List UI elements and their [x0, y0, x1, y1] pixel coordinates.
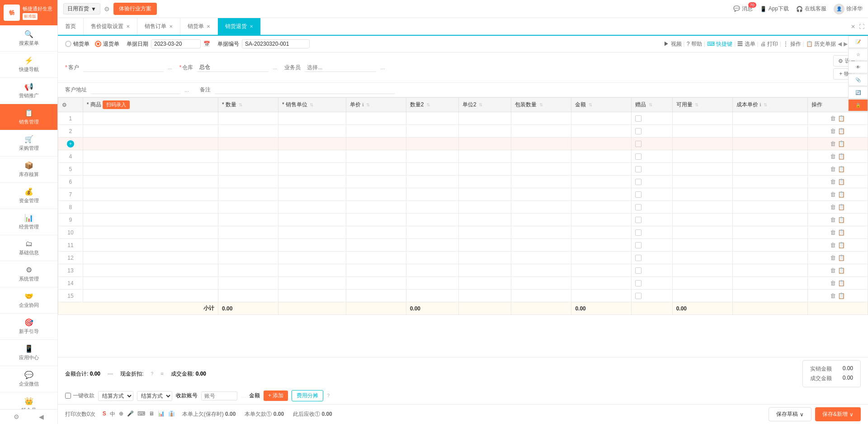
row-available[interactable]	[672, 138, 732, 150]
cost-price-info-icon[interactable]: ℹ	[760, 102, 761, 107]
sidebar-item-system[interactable]: ⚙ 系统管理	[0, 261, 57, 287]
close-tab-icon[interactable]: ✕	[851, 24, 855, 30]
tool7-icon[interactable]: 👔	[168, 410, 175, 418]
next-icon[interactable]: ▶	[844, 41, 848, 47]
row-product[interactable]	[83, 138, 218, 150]
tool3-icon[interactable]: 🎤	[127, 410, 134, 418]
row-cost-price[interactable]	[732, 138, 807, 150]
copy-btn[interactable]: 📋	[838, 242, 845, 248]
float-lock-btn[interactable]: 🔒	[848, 99, 868, 111]
float-eye-btn[interactable]: 👁	[848, 61, 868, 73]
tab-close-icon[interactable]: ✕	[250, 24, 253, 29]
tab-close-icon[interactable]: ✕	[169, 24, 173, 29]
sidebar-item-appcenter[interactable]: 📱 应用中心	[0, 340, 57, 366]
serial-input[interactable]	[242, 39, 310, 48]
sidebar-settings-btn[interactable]: ⚙	[14, 413, 19, 420]
sidebar-item-quicknav[interactable]: ⚡ 快捷导航	[0, 52, 57, 78]
row-gift[interactable]	[632, 125, 672, 138]
delete-btn[interactable]: 🗑	[830, 229, 836, 236]
row-quantity[interactable]	[218, 125, 278, 138]
add-payment-btn[interactable]: + 添加	[264, 391, 288, 401]
row-sales-unit[interactable]	[278, 138, 346, 150]
sidebar-item-sales[interactable]: 📋 销售管理	[0, 104, 57, 130]
tab-close-icon[interactable]: ✕	[126, 24, 130, 29]
row-gift[interactable]	[632, 112, 672, 125]
calculation-select[interactable]: 结算方式	[137, 391, 172, 401]
copy-btn[interactable]: 📋	[838, 191, 845, 198]
row-unit2[interactable]	[459, 138, 511, 150]
date-input[interactable]	[151, 39, 201, 48]
salesperson-dots[interactable]: ...	[380, 64, 385, 71]
discount-info-icon[interactable]: ?	[151, 372, 153, 376]
delete-btn[interactable]: 🗑	[830, 216, 836, 223]
sidebar-item-inventory[interactable]: 📦 库存核算	[0, 157, 57, 183]
sidebar-collapse-btn[interactable]: ◀	[39, 413, 44, 420]
row-quantity[interactable]	[218, 138, 278, 150]
copy-btn[interactable]: 📋	[838, 140, 845, 147]
row-quantity2[interactable]	[406, 125, 458, 138]
row-unit-price[interactable]	[346, 138, 406, 150]
row-unit2[interactable]	[459, 112, 511, 125]
sidebar-item-wechat[interactable]: 💬 企业微信	[0, 366, 57, 392]
sidebar-item-operations[interactable]: 📊 经营管理	[0, 209, 57, 235]
address-dots[interactable]: ...	[184, 87, 189, 93]
tab-sales-return[interactable]: 销货退货 ✕	[218, 18, 261, 35]
tool6-icon[interactable]: 📊	[158, 410, 165, 418]
product-input[interactable]	[87, 114, 214, 123]
delete-btn[interactable]: 🗑	[830, 191, 836, 198]
row-pack-qty[interactable]	[511, 112, 571, 125]
row-amount[interactable]	[571, 138, 632, 150]
unit-price-info-icon[interactable]: ℹ	[362, 102, 364, 107]
shortcut-btn[interactable]: ⌨ 快捷键	[707, 40, 732, 48]
float-note-btn[interactable]: 📝	[848, 36, 868, 48]
topbar-gear-icon[interactable]: ⚙	[104, 5, 110, 13]
copy-btn[interactable]: 📋	[838, 178, 845, 185]
delete-btn[interactable]: 🗑	[830, 166, 836, 172]
sidebar-item-member[interactable]: 👑 畅会员	[0, 392, 57, 409]
delete-btn[interactable]: 🗑	[830, 153, 836, 160]
customer-input[interactable]	[83, 63, 164, 72]
copy-btn[interactable]: 📋	[838, 204, 845, 210]
calendar-icon[interactable]: 📅	[203, 41, 210, 47]
tool5-icon[interactable]: 🖥	[149, 410, 154, 418]
customer-dots[interactable]: ...	[168, 64, 172, 71]
row-unit-price[interactable]	[346, 125, 406, 138]
print-btn[interactable]: 🖨 打印	[760, 40, 778, 48]
video-btn[interactable]: ▶ 视频	[664, 40, 681, 48]
tab-sales-order[interactable]: 销售订单 ✕	[137, 18, 180, 35]
delete-btn[interactable]: 🗑	[830, 280, 836, 286]
prev-icon[interactable]: ◀	[838, 41, 842, 47]
tool2-icon[interactable]: ⊕	[119, 410, 123, 418]
split-btn[interactable]: 费用分摊	[292, 390, 323, 401]
save-draft-btn[interactable]: 保存草稿 ∨	[769, 407, 811, 421]
gift-checkbox[interactable]	[635, 128, 642, 134]
row-sales-unit[interactable]	[278, 125, 346, 138]
split-info-icon[interactable]: ?	[327, 393, 330, 398]
delete-btn[interactable]: 🗑	[830, 292, 836, 299]
tab-sale-price[interactable]: 售价提取设置 ✕	[84, 18, 137, 35]
sidebar-item-finance[interactable]: 💰 资金管理	[0, 183, 57, 209]
tab-home[interactable]: 首页	[58, 18, 84, 35]
float-star-btn[interactable]: ☆	[848, 48, 868, 61]
row-sales-unit[interactable]	[278, 112, 346, 125]
settlement-select[interactable]: 结算方式	[98, 391, 133, 401]
float-clip-btn[interactable]: 📎	[848, 74, 868, 86]
sidebar-item-enterprise[interactable]: 🤝 企业协同	[0, 287, 57, 314]
row-amount[interactable]	[571, 112, 632, 125]
delete-btn[interactable]: 🗑	[830, 267, 836, 274]
row-amount[interactable]	[571, 125, 632, 138]
save-new-btn[interactable]: 保存&新增 ∨	[815, 407, 861, 421]
copy-btn[interactable]: 📋	[838, 128, 845, 134]
row-cost-price[interactable]	[732, 112, 807, 125]
tool1-icon[interactable]: 中	[110, 410, 115, 418]
float-refresh-btn[interactable]: 🔄	[848, 86, 868, 99]
remarks-input[interactable]	[214, 86, 395, 94]
sidebar-item-marketing[interactable]: 📢 营销推广	[0, 78, 57, 104]
th-gear[interactable]: ⚙	[58, 98, 83, 112]
row-unit2[interactable]	[459, 125, 511, 138]
radio-delivery[interactable]: 销货单	[65, 40, 90, 48]
select-order-btn[interactable]: ☰ 选单	[737, 40, 755, 48]
copy-btn[interactable]: 📋	[838, 267, 845, 274]
delete-btn[interactable]: 🗑	[830, 254, 836, 261]
row-available[interactable]	[672, 125, 732, 138]
